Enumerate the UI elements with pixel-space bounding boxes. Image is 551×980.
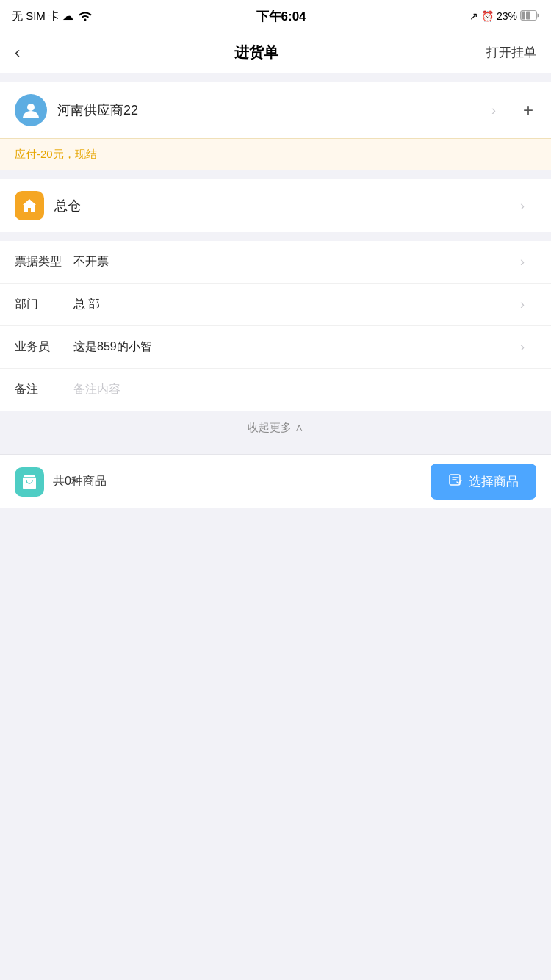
collapse-label: 收起更多 ∧ [248,421,303,433]
invoice-label: 票据类型 [15,254,73,270]
svg-point-3 [27,104,35,111]
notice-text: 应付-20元，现结 [15,148,97,160]
alarm-icon: ⏰ [481,10,494,22]
gap-3 [0,232,551,241]
warehouse-section: 总仓 › [0,179,551,232]
sales-row[interactable]: 业务员 这是859的小智 › [0,325,551,368]
collapse-row[interactable]: 收起更多 ∧ [0,411,551,445]
supplier-section: 河南供应商22 › + 应付-20元，现结 [0,82,551,170]
svg-rect-1 [521,11,525,19]
gap-1 [0,73,551,82]
dept-chevron-icon: › [520,297,525,312]
open-pending-button[interactable]: 打开挂单 [486,44,536,61]
location-icon: ↗ [469,10,478,22]
bottom-bar: 共0种商品 选择商品 [0,454,551,508]
note-placeholder[interactable]: 备注内容 [73,382,536,397]
notice-bar: 应付-20元，现结 [0,138,551,170]
warehouse-chevron-icon: › [520,198,525,214]
note-row[interactable]: 备注 备注内容 [0,368,551,411]
select-product-button[interactable]: 选择商品 [431,464,536,500]
select-product-icon [448,472,463,491]
dept-label: 部门 [15,297,73,312]
supplier-name[interactable]: 河南供应商22 [57,101,491,119]
invoice-row[interactable]: 票据类型 不开票 › [0,241,551,283]
select-product-label: 选择商品 [469,473,519,490]
status-left: 无 SIM 卡 ☁ [12,10,93,24]
supplier-divider [508,99,508,121]
back-button[interactable]: ‹ [15,40,26,65]
battery-icon [520,10,539,23]
page-title: 进货单 [234,43,278,62]
supplier-chevron-icon: › [491,103,496,118]
invoice-value: 不开票 [73,254,520,270]
product-icon [15,467,44,497]
product-count: 共0种商品 [53,474,431,489]
svg-rect-2 [526,11,530,19]
dept-row[interactable]: 部门 总 部 › [0,283,551,325]
warehouse-icon [15,191,44,220]
sales-label: 业务员 [15,339,73,355]
invoice-chevron-icon: › [520,254,525,270]
battery-label: 23% [497,10,517,22]
add-supplier-button[interactable]: + [520,97,536,123]
sales-value: 这是859的小智 [73,339,520,355]
status-bar: 无 SIM 卡 ☁ 下午6:04 ↗ ⏰ 23% [0,0,551,32]
gap-2 [0,170,551,179]
status-right: ↗ ⏰ 23% [469,10,539,23]
background-fill [0,508,551,729]
warehouse-row[interactable]: 总仓 › [0,179,551,232]
warehouse-name: 总仓 [54,197,520,215]
gap-4 [0,445,551,454]
note-label: 备注 [15,382,73,397]
status-time: 下午6:04 [256,8,306,25]
form-section: 票据类型 不开票 › 部门 总 部 › 业务员 这是859的小智 › 备注 备注… [0,241,551,411]
sales-chevron-icon: › [520,339,525,355]
nav-bar: ‹ 进货单 打开挂单 [0,32,551,73]
supplier-row: 河南供应商22 › + [0,82,551,138]
dept-value: 总 部 [73,297,520,312]
supplier-avatar [15,94,47,126]
wifi-icon [78,10,93,24]
sim-label: 无 SIM 卡 ☁ [12,10,73,24]
